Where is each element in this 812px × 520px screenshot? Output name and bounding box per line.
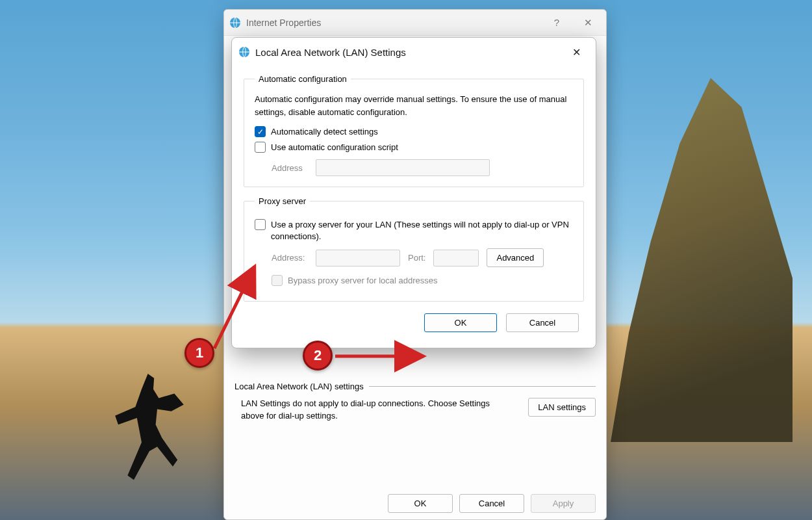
globe-icon <box>229 17 241 29</box>
help-button[interactable]: ? <box>544 12 570 33</box>
parent-footer: OK Cancel Apply <box>388 494 596 513</box>
lan-section-label: Local Area Network (LAN) settings <box>235 382 364 391</box>
auto-address-label: Address <box>272 163 308 173</box>
proxy-server-legend: Proxy server <box>255 196 310 206</box>
close-icon[interactable]: ✕ <box>563 42 589 62</box>
auto-detect-checkbox[interactable]: ✓ <box>255 126 266 137</box>
divider <box>369 386 596 387</box>
child-ok-button[interactable]: OK <box>424 313 497 332</box>
lan-settings-button[interactable]: LAN settings <box>528 398 596 417</box>
globe-icon <box>238 46 250 58</box>
parent-title: Internet Properties <box>246 18 539 28</box>
background-rock <box>611 78 793 442</box>
lan-settings-dialog: Local Area Network (LAN) Settings ✕ Auto… <box>231 37 596 348</box>
child-title: Local Area Network (LAN) Settings <box>255 47 558 58</box>
child-titlebar[interactable]: Local Area Network (LAN) Settings ✕ <box>232 38 596 66</box>
lan-description: LAN Settings do not apply to dial-up con… <box>235 398 514 422</box>
proxy-port-input[interactable] <box>433 250 479 266</box>
parent-apply-button[interactable]: Apply <box>531 494 596 513</box>
parent-ok-button[interactable]: OK <box>388 494 453 513</box>
automatic-config-group: Automatic configuration Automatic config… <box>244 74 584 187</box>
automatic-config-legend: Automatic configuration <box>255 74 351 84</box>
automatic-config-help: Automatic configuration may override man… <box>255 93 573 118</box>
parent-titlebar[interactable]: Internet Properties ? ✕ <box>224 10 606 36</box>
child-cancel-button[interactable]: Cancel <box>506 313 579 332</box>
auto-detect-label: Automatically detect settings <box>271 126 378 138</box>
proxy-port-label: Port: <box>408 253 425 263</box>
proxy-address-input[interactable] <box>316 250 400 266</box>
advanced-button[interactable]: Advanced <box>487 248 544 267</box>
use-proxy-checkbox[interactable] <box>255 219 266 230</box>
auto-script-checkbox[interactable] <box>255 142 266 153</box>
lan-section-header: Local Area Network (LAN) settings <box>235 382 596 391</box>
use-proxy-label: Use a proxy server for your LAN (These s… <box>271 219 573 242</box>
auto-script-label: Use automatic configuration script <box>271 142 398 153</box>
close-icon[interactable]: ✕ <box>575 12 601 33</box>
lan-section: Local Area Network (LAN) settings LAN Se… <box>235 382 596 422</box>
svg-line-2 <box>214 266 255 348</box>
auto-address-input[interactable] <box>316 159 490 176</box>
parent-cancel-button[interactable]: Cancel <box>459 494 524 513</box>
proxy-server-group: Proxy server Use a proxy server for your… <box>244 196 584 302</box>
bypass-local-label: Bypass proxy server for local addresses <box>288 275 437 287</box>
annotation-arrow-1 <box>209 259 281 358</box>
annotation-arrow-2 <box>333 351 437 366</box>
background-runner <box>110 374 188 484</box>
annotation-badge-2: 2 <box>303 341 333 370</box>
annotation-badge-1: 1 <box>184 338 214 368</box>
